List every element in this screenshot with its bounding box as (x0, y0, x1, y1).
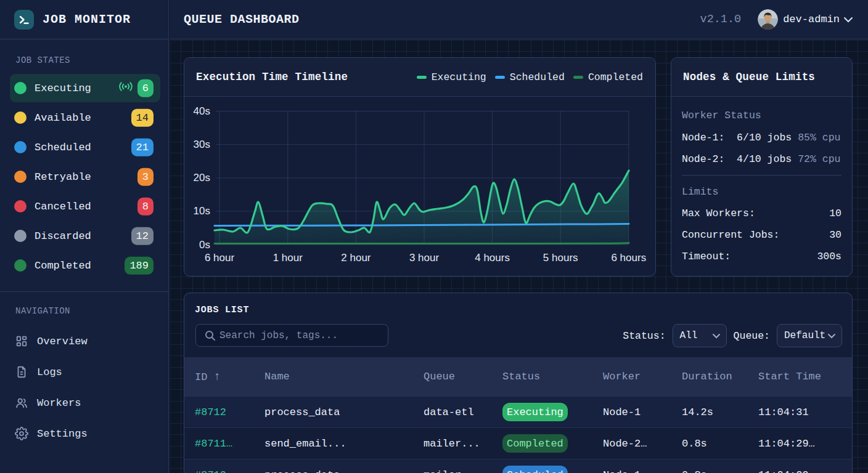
svg-text:30s: 30s (194, 139, 210, 150)
svg-text:6 hours: 6 hours (611, 252, 646, 264)
svg-text:10s: 10s (194, 205, 210, 217)
svg-text:40s: 40s (194, 105, 210, 117)
svg-text:2 hour: 2 hour (341, 252, 371, 264)
svg-text:4 hours: 4 hours (475, 252, 510, 264)
svg-text:3 hour: 3 hour (409, 252, 440, 264)
svg-text:0s: 0s (199, 239, 210, 251)
svg-text:20s: 20s (194, 172, 210, 184)
svg-text:6 hour: 6 hour (205, 252, 235, 264)
svg-text:1 hour: 1 hour (273, 252, 303, 264)
svg-text:5 hours: 5 hours (543, 252, 578, 264)
